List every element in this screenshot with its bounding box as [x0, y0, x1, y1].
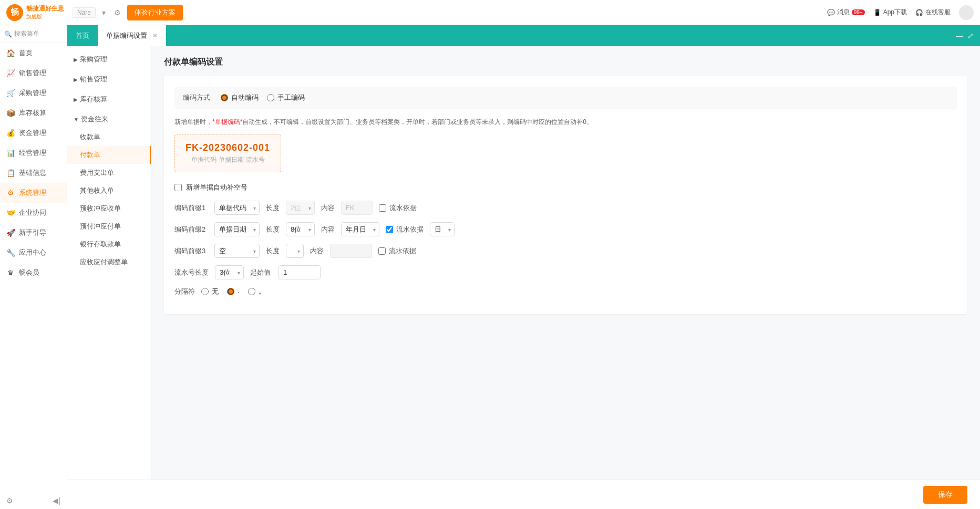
- expand-icon[interactable]: ▾: [100, 6, 108, 19]
- submenu-inventory-title[interactable]: ▶ 库存核算: [67, 90, 151, 108]
- stream1-checkbox[interactable]: [379, 204, 386, 212]
- tab-close-icon[interactable]: ✕: [152, 32, 158, 39]
- sidebar-settings-icon[interactable]: ⚙: [6, 496, 13, 505]
- stream3-check: 流水依据: [378, 246, 416, 256]
- content3-input: [330, 244, 372, 258]
- sep-dot-radio[interactable]: [227, 288, 234, 295]
- start-value-input[interactable]: [278, 265, 321, 279]
- submenu-item-receipt[interactable]: 收款单: [67, 128, 151, 146]
- submenu-group-purchase: ▶ 采购管理: [67, 50, 151, 68]
- settings-icon[interactable]: ⚙: [112, 6, 123, 19]
- auto-fill-label[interactable]: 新增单据自动补空号: [186, 183, 247, 192]
- online-service-button[interactable]: 🎧 在线客服: [915, 8, 951, 17]
- user-avatar[interactable]: [959, 5, 974, 20]
- length2-select-wrapper: 8位 4位 6位 ▾: [286, 222, 315, 236]
- prefix3-select[interactable]: 空 单据代码 单据日期 部门 业务员: [214, 244, 260, 258]
- sep-none-radio[interactable]: [201, 288, 209, 295]
- length2-select[interactable]: 8位 4位 6位: [286, 222, 315, 236]
- app-download-button[interactable]: 📱 App下载: [873, 8, 907, 17]
- tabbar-minimize-icon[interactable]: —: [956, 32, 963, 40]
- info-text: 新增单据时，*单据编码*自动生成，不可编辑，前缀设置为部门、业务员等档案类，开单…: [174, 117, 957, 127]
- manual-encode-label: 手工编码: [277, 93, 305, 102]
- submenu-item-payment[interactable]: 付款单: [67, 146, 151, 164]
- logo-text-block: 畅捷通好生意 旗舰版: [26, 4, 64, 20]
- submenu-group-sales: ▶ 销售管理: [67, 70, 151, 88]
- submenu-capital-label: 资金往来: [81, 115, 108, 124]
- trial-button[interactable]: 体验行业方案: [127, 5, 183, 20]
- tab-encode[interactable]: 单据编码设置 ✕: [98, 25, 166, 46]
- form-card: 编码方式 自动编码 手工编码: [164, 76, 967, 314]
- period-select-wrapper: 日 月 年 ▾: [430, 222, 455, 236]
- search-menu-button[interactable]: 🔍 搜索菜单: [0, 25, 67, 43]
- submenu-item-ar-ap[interactable]: 应收应付调整单: [67, 253, 151, 271]
- period-select[interactable]: 日 月 年: [430, 222, 455, 236]
- serial-length-label: 流水号长度: [174, 268, 209, 277]
- sidebar-label-appstore: 应用中心: [19, 248, 46, 257]
- home-icon: 🏠: [6, 49, 15, 57]
- sidebar-label-guide: 新手引导: [19, 228, 46, 237]
- submenu-capital-title[interactable]: ▼ 资金往来: [67, 110, 151, 128]
- submenu-item-expense[interactable]: 费用支出单: [67, 164, 151, 182]
- content1-input: [341, 201, 373, 215]
- tabbar-actions: — ⤢: [950, 32, 980, 40]
- appstore-icon: 🔧: [6, 248, 15, 257]
- length1-select[interactable]: 2位: [286, 201, 315, 215]
- manual-encode-option[interactable]: 手工编码: [267, 93, 305, 102]
- serial-length-select[interactable]: 3位 4位 5位 6位: [215, 265, 244, 279]
- auto-fill-checkbox[interactable]: [174, 184, 182, 191]
- search-icon: 🔍: [4, 30, 12, 38]
- submenu-item-bank[interactable]: 银行存取款单: [67, 235, 151, 253]
- prefix1-select[interactable]: 单据代码 部门 业务员 空: [214, 201, 260, 215]
- sidebar-item-inventory[interactable]: 📦 库存核算: [0, 103, 67, 123]
- submenu-item-advance-pay[interactable]: 预付冲应付单: [67, 217, 151, 235]
- sidebar-item-appstore[interactable]: 🔧 应用中心: [0, 243, 67, 263]
- logo-text: 畅捷通好生意: [26, 4, 64, 13]
- topbar-right: 💬 消息 99+ 📱 App下载 🎧 在线客服: [827, 5, 974, 20]
- submenu-item-advance-receive[interactable]: 预收冲应收单: [67, 200, 151, 217]
- auto-encode-option[interactable]: 自动编码: [221, 93, 259, 102]
- sidebar-item-purchase[interactable]: 🛒 采购管理: [0, 83, 67, 103]
- length1-select-wrapper: 2位 ▾: [286, 201, 315, 215]
- sidebar-item-vip[interactable]: ♛ 畅会员: [0, 263, 67, 283]
- save-button[interactable]: 保存: [923, 486, 967, 504]
- sep-dot-option[interactable]: ·: [227, 288, 240, 296]
- length3-select-wrapper: ▾: [286, 244, 304, 258]
- sidebar-item-guide[interactable]: 🚀 新手引导: [0, 223, 67, 243]
- sidebar-item-finance[interactable]: 💰 资金管理: [0, 123, 67, 143]
- sidebar-collapse-icon[interactable]: ◀|: [53, 496, 60, 505]
- sep-none-label: 无: [212, 287, 219, 296]
- prefix1-label: 编码前缀1: [174, 203, 208, 213]
- stream3-checkbox[interactable]: [378, 247, 386, 255]
- separator-options: 无 · 。: [201, 287, 265, 296]
- encode-method-row: 编码方式 自动编码 手工编码: [174, 87, 957, 109]
- submenu-sales-label: 销售管理: [80, 75, 107, 84]
- guide-icon: 🚀: [6, 228, 15, 237]
- sidebar-item-system[interactable]: ⚙ 系统管理: [0, 183, 67, 203]
- sidebar-item-sales[interactable]: 📈 销售管理: [0, 63, 67, 83]
- sep-period-radio[interactable]: [248, 288, 255, 295]
- messages-button[interactable]: 💬 消息 99+: [827, 8, 865, 17]
- submenu-purchase-title[interactable]: ▶ 采购管理: [67, 50, 151, 68]
- main-layout: 🔍 搜索菜单 🏠 首页 📈 销售管理 🛒 采购管理 📦 库存核算 💰 资金管理 …: [0, 25, 980, 509]
- tab-home[interactable]: 首页: [67, 25, 98, 46]
- stream3-label: 流水依据: [389, 246, 416, 256]
- length2-label: 长度: [266, 225, 280, 234]
- auto-encode-radio[interactable]: [221, 94, 228, 101]
- manual-encode-radio[interactable]: [267, 94, 274, 101]
- sep-period-option[interactable]: 。: [248, 287, 265, 296]
- tabbar-maximize-icon[interactable]: ⤢: [967, 32, 974, 40]
- separator-label: 分隔符: [174, 287, 195, 296]
- length3-select[interactable]: [286, 244, 304, 258]
- submenu-sales-title[interactable]: ▶ 销售管理: [67, 70, 151, 88]
- sep-none-option[interactable]: 无: [201, 287, 219, 296]
- stream2-checkbox[interactable]: [386, 226, 393, 233]
- sidebar-item-business[interactable]: 📊 经营管理: [0, 143, 67, 163]
- message-icon: 💬: [827, 9, 835, 16]
- submenu-arrow-capital: ▼: [74, 117, 79, 122]
- sidebar-item-home[interactable]: 🏠 首页: [0, 43, 67, 63]
- sidebar-item-basic[interactable]: 📋 基础信息: [0, 163, 67, 183]
- sidebar-item-corp[interactable]: 🤝 企业协同: [0, 203, 67, 223]
- prefix2-select[interactable]: 单据日期 部门 业务员 空: [214, 222, 260, 236]
- submenu-item-income[interactable]: 其他收入单: [67, 182, 151, 200]
- content2-select[interactable]: 年月日 年月 年: [341, 222, 379, 236]
